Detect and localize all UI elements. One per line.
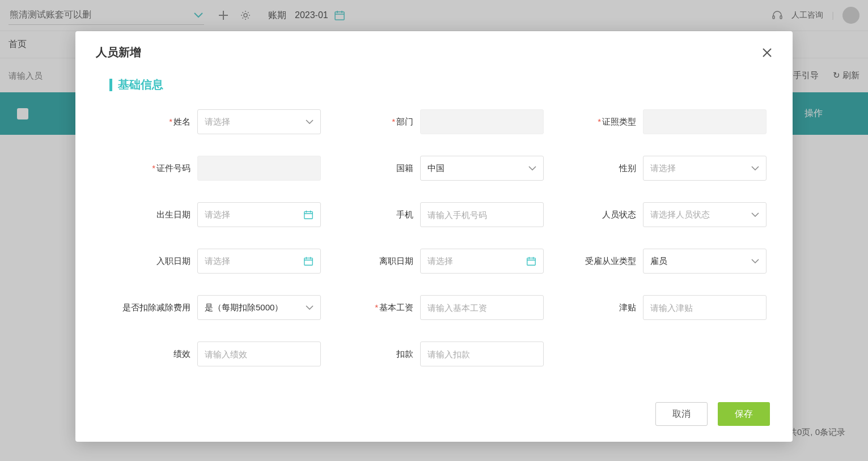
field-base-salary: *基本工资 [332, 295, 544, 320]
form-grid: *姓名 请选择 *部门 *证照类型 *证件号码 [109, 109, 759, 366]
nationality-select[interactable]: 中国 [420, 156, 544, 181]
field-name: *姓名 请选择 [109, 109, 321, 134]
cert-no-input[interactable] [197, 156, 321, 181]
status-select[interactable]: 请选择人员状态 [643, 202, 767, 227]
calendar-icon [303, 210, 314, 220]
svg-rect-4 [304, 212, 312, 219]
modal-footer: 取消 保存 [75, 391, 793, 442]
chevron-down-icon [306, 119, 314, 124]
birth-date-picker[interactable]: 请选择 [197, 202, 321, 227]
close-icon[interactable] [762, 48, 772, 58]
chevron-down-icon [528, 166, 536, 170]
section-title-text: 基础信息 [118, 77, 163, 92]
save-button[interactable]: 保存 [718, 402, 770, 426]
gender-select[interactable]: 请选择 [643, 156, 767, 181]
phone-input[interactable] [420, 202, 544, 227]
fine-input[interactable] [420, 342, 544, 366]
section-basic-info: 基础信息 [109, 77, 759, 92]
calendar-icon [526, 256, 536, 266]
cancel-button[interactable]: 取消 [655, 402, 708, 426]
employ-type-select[interactable]: 雇员 [643, 249, 767, 274]
modal-header: 人员新增 [75, 31, 793, 66]
department-input[interactable] [420, 109, 544, 134]
field-performance: 绩效 [109, 342, 321, 366]
add-person-modal: 人员新增 基础信息 *姓名 请选择 *部门 [75, 31, 793, 442]
field-deduction: 是否扣除减除费用 是（每期扣除5000） [109, 295, 321, 320]
modal-overlay: 人员新增 基础信息 *姓名 请选择 *部门 [0, 0, 868, 461]
field-department: *部门 [332, 109, 544, 134]
chevron-down-icon [751, 166, 759, 170]
deduction-select[interactable]: 是（每期扣除5000） [197, 295, 321, 320]
chevron-down-icon [751, 259, 759, 263]
field-employ-type: 受雇从业类型 雇员 [555, 249, 767, 274]
name-select[interactable]: 请选择 [197, 109, 321, 134]
svg-rect-5 [304, 258, 312, 266]
field-leave-date: 离职日期 请选择 [332, 249, 544, 274]
chevron-down-icon [306, 305, 314, 310]
calendar-icon [303, 256, 314, 266]
field-cert-type: *证照类型 [555, 109, 767, 134]
field-allowance: 津贴 [555, 295, 767, 320]
hire-date-picker[interactable]: 请选择 [197, 249, 321, 274]
field-status: 人员状态 请选择人员状态 [555, 202, 767, 227]
modal-title: 人员新增 [96, 45, 141, 60]
field-cert-no: *证件号码 [109, 156, 321, 181]
cert-type-input[interactable] [643, 109, 767, 134]
performance-input[interactable] [197, 342, 321, 366]
field-phone: 手机 [332, 202, 544, 227]
base-salary-input[interactable] [420, 295, 544, 320]
allowance-input[interactable] [643, 295, 767, 320]
field-gender: 性别 请选择 [555, 156, 767, 181]
modal-body: 基础信息 *姓名 请选择 *部门 *证照类型 [75, 66, 793, 391]
svg-rect-6 [527, 258, 535, 266]
section-bar-icon [109, 79, 112, 91]
field-fine: 扣款 [332, 342, 544, 366]
field-nationality: 国籍 中国 [332, 156, 544, 181]
leave-date-picker[interactable]: 请选择 [420, 249, 544, 274]
field-hire-date: 入职日期 请选择 [109, 249, 321, 274]
chevron-down-icon [751, 212, 759, 217]
field-birth: 出生日期 请选择 [109, 202, 321, 227]
